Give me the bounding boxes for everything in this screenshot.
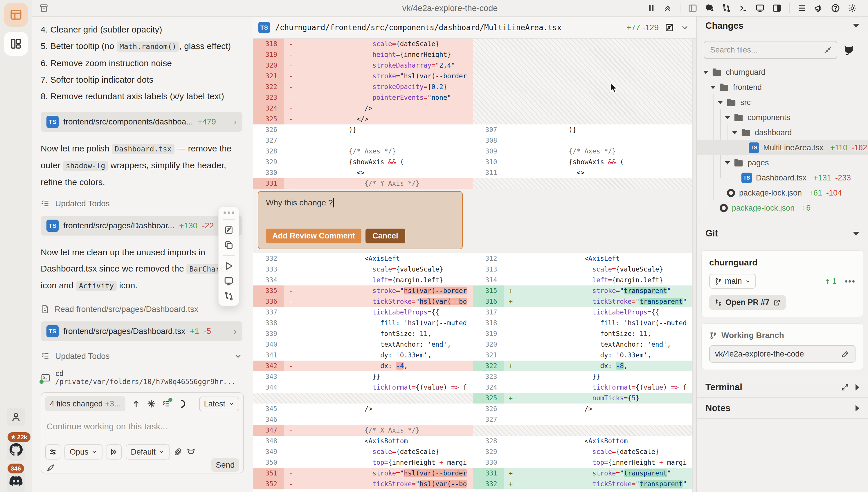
panel-right-icon[interactable]	[772, 3, 781, 13]
file-diff-chip[interactable]: TS frontend/src/pages/Dashboard.tsx +1 -…	[41, 321, 242, 341]
git-section-header[interactable]: Git	[697, 223, 868, 244]
diff-line[interactable]	[473, 49, 697, 60]
commits-ahead[interactable]: 1	[824, 277, 836, 286]
search-files-input[interactable]	[704, 41, 837, 59]
menu-icon[interactable]	[797, 3, 806, 13]
diff-line[interactable]	[473, 425, 697, 436]
diff-line[interactable]: 327	[473, 414, 697, 425]
diff-line[interactable]: 347- {/* X Axis */}	[253, 425, 473, 436]
panel-left-icon[interactable]	[688, 3, 697, 13]
play-icon[interactable]	[224, 261, 234, 271]
updated-todos-row[interactable]: Updated Todos	[41, 351, 242, 361]
diff-line[interactable]: 325- </>	[253, 114, 473, 124]
diff-line[interactable]: 324 tickFormat={(value) => f	[473, 382, 697, 393]
diff-line[interactable]: 308	[473, 135, 697, 146]
diff-line[interactable]: 334 left={margin.left}	[253, 275, 473, 286]
read-file-row[interactable]: Read frontend/src/pages/Dashboard.tsx	[41, 304, 242, 314]
diff-line[interactable]: 345 />	[253, 403, 473, 414]
diff-line[interactable]	[473, 81, 697, 92]
updated-todos-row[interactable]: Updated Todos	[41, 199, 242, 208]
working-branch-field[interactable]: vk/4e2a-explore-the-code	[709, 345, 855, 363]
tree-item-frontend[interactable]: frontend	[697, 80, 868, 95]
diff-line[interactable]: 352- tickStroke="hsl(var(--bo	[253, 479, 473, 489]
chevron-down-icon[interactable]	[234, 352, 242, 361]
settings-sliders-button[interactable]	[45, 444, 61, 460]
diff-line[interactable]: 310 {showAxis && (	[473, 157, 697, 167]
tree-item-components[interactable]: components	[697, 110, 868, 125]
monitor-icon[interactable]	[755, 3, 765, 13]
diff-line[interactable]: 326 )}	[253, 124, 473, 135]
changes-section-header[interactable]: Changes	[697, 17, 868, 35]
diff-line[interactable]: 313 scale={valueScale}	[473, 264, 697, 275]
files-changed-chip[interactable]: 4 files changed +3...	[45, 396, 125, 411]
chat-bubble-icon[interactable]	[705, 3, 714, 13]
gear-icon[interactable]	[848, 3, 857, 13]
diff-mode-icon[interactable]	[664, 23, 674, 32]
drag-handle[interactable]	[224, 212, 234, 214]
diff-line[interactable]	[473, 92, 697, 103]
cat-agent-icon[interactable]	[186, 447, 196, 457]
diff-line[interactable]: 341 dy: '0.33em',	[253, 350, 473, 361]
diff-line[interactable]: 314 left={margin.left}	[473, 275, 697, 286]
diff-line[interactable]: 331+ stroke="transparent"	[473, 468, 697, 479]
diff-line[interactable]: 309 {/* Axes */}	[473, 146, 697, 157]
git-compare-icon[interactable]	[224, 291, 234, 301]
add-review-comment-button[interactable]: Add Review Comment	[266, 228, 361, 243]
more-menu-icon[interactable]: •••	[844, 276, 855, 286]
attach-icon[interactable]	[173, 448, 182, 456]
diff-line[interactable]: 318- scale={dateScale}	[253, 39, 473, 49]
diff-line[interactable]: 344 tickFormat={(value) => f	[253, 382, 473, 393]
diff-line[interactable]: 332+ tickStroke="transparent"	[473, 479, 697, 489]
diff-line[interactable]: 346	[253, 414, 473, 425]
diff-line[interactable]: 328 <AxisBottom	[473, 436, 697, 446]
diff-line[interactable]: 329 scale={dateScale}	[473, 446, 697, 457]
diff-line[interactable]: 330 top={innerHeight + margi	[473, 457, 697, 468]
diff-line[interactable]: 348 <AxisBottom	[253, 436, 473, 446]
diff-line[interactable]: 324- />	[253, 103, 473, 114]
diff-line[interactable]	[473, 71, 697, 81]
rail-workspace-button[interactable]	[4, 3, 28, 27]
diff-scrollbar[interactable]	[693, 39, 697, 492]
diff-line[interactable]	[473, 114, 697, 124]
expand-icon[interactable]	[841, 383, 849, 391]
diff-line[interactable]: 307 )}	[473, 124, 697, 135]
diff-line[interactable]: 349 scale={dateScale}	[253, 446, 473, 457]
diff-line[interactable]: 318 fill: 'hsl(var(--muted	[473, 318, 697, 328]
todo-progress-icon[interactable]	[162, 399, 171, 408]
collapse-file-icon[interactable]	[680, 23, 689, 32]
diff-line[interactable]: 316+ tickStroke="transparent"	[473, 296, 697, 307]
branch-dropdown[interactable]: main	[709, 274, 756, 289]
file-diff-chip[interactable]: TS frontend/src/pages/Dashboar... +130 -…	[41, 216, 242, 236]
version-dropdown[interactable]: Latest	[199, 397, 239, 411]
collapse-tree-icon[interactable]	[823, 45, 832, 54]
diff-line[interactable]: 328 {/* Axes */}	[253, 146, 473, 157]
tree-item-churnguard[interactable]: churnguard	[697, 65, 868, 80]
diff-line[interactable]: 326 />	[473, 403, 697, 414]
git-compare-icon[interactable]	[722, 3, 731, 13]
help-icon[interactable]	[831, 3, 840, 13]
diff-line[interactable]: 338 fill: 'hsl(var(--muted	[253, 318, 473, 328]
terminal-icon[interactable]	[738, 3, 748, 13]
fast-forward-button[interactable]	[107, 444, 122, 460]
diff-line[interactable]	[473, 103, 697, 114]
diff-line[interactable]: 335- stroke="hsl(var(--border	[253, 286, 473, 296]
diff-line[interactable]: 322+ dx: -8,	[473, 361, 697, 371]
archive-box-icon[interactable]	[39, 3, 49, 13]
diff-line[interactable]: 319- height={innerHeight}	[253, 49, 473, 60]
diff-line[interactable]: 321- stroke="hsl(var(--border	[253, 71, 473, 81]
pause-icon[interactable]	[647, 4, 656, 13]
copy-icon[interactable]	[224, 240, 234, 250]
diff-line[interactable]: 317 tickLabelProps={{	[473, 307, 697, 318]
cat-agent-icon[interactable]	[842, 44, 855, 56]
diff-line[interactable]	[253, 393, 473, 403]
spark-icon[interactable]	[147, 399, 156, 408]
diff-line[interactable]: 331- {/* Y Axis */}	[253, 178, 473, 189]
notes-section-header[interactable]: Notes	[697, 398, 868, 419]
file-diff-chip[interactable]: TS frontend/src/components/dashboa... +4…	[41, 112, 242, 132]
diff-view-icon[interactable]	[224, 225, 234, 235]
diff-line[interactable]: 322- strokeOpacity={0.2}	[253, 81, 473, 92]
diff-line[interactable]: 320- strokeDasharray="2,4"	[253, 60, 473, 71]
open-pr-button[interactable]: Open PR #7	[709, 295, 786, 310]
account-button[interactable]	[7, 408, 25, 426]
diff-line[interactable]: 337 tickLabelProps={{	[253, 307, 473, 318]
